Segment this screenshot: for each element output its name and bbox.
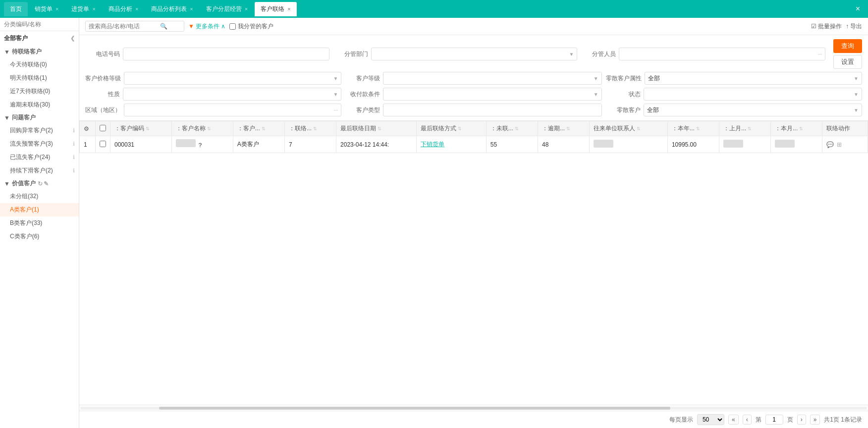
sidebar-group-value-arrow: ▼ — [4, 180, 10, 187]
nav-tab-purchase-close[interactable]: × — [92, 6, 95, 12]
col-overdue-days[interactable]: ：逾期... ⇅ — [538, 121, 590, 136]
search-icon[interactable]: 🔍 — [160, 23, 167, 30]
filter-row-4: 区域（地区） ··· 客户类型 零散客户 全部 ▼ — [85, 104, 862, 116]
more-filters-button[interactable]: ▼ 更多条件 ∧ — [188, 22, 225, 31]
contact-method-link[interactable]: 下销货单 — [421, 141, 444, 148]
next-page-button[interactable]: › — [797, 415, 806, 425]
qr-icon[interactable]: ⊞ — [837, 141, 842, 148]
row-checkbox-cell[interactable] — [96, 136, 110, 153]
col-no-contact-days[interactable]: ：未联... ⇅ — [486, 121, 538, 136]
col-customer-name[interactable]: ：客户名称 ⇅ — [171, 121, 233, 136]
my-customers-label: 我分管的客户 — [238, 22, 273, 31]
per-page-select[interactable]: 50 100 200 — [697, 414, 724, 425]
manager-select[interactable]: ··· — [619, 48, 825, 60]
gear-icon[interactable]: ⚙ — [84, 125, 89, 132]
sidebar-item-unclassified[interactable]: 未分组(32) — [0, 190, 79, 203]
all-customers-header[interactable]: 全部客户 ❮ — [0, 31, 79, 46]
dept-select[interactable]: ▼ — [371, 48, 578, 60]
export-button[interactable]: ↑ 导出 — [846, 22, 862, 31]
col-contact-person[interactable]: 往来单位联系人 ⇅ — [590, 121, 668, 136]
batch-operation-button[interactable]: ☑ 批量操作 — [811, 22, 842, 31]
row-checkbox[interactable] — [100, 141, 106, 147]
refresh-icon[interactable]: ↻ — [38, 180, 43, 187]
customer-level-label: 客户等级 — [345, 74, 380, 83]
col-last-month[interactable]: ：上月... ⇅ — [719, 121, 771, 136]
phone-input[interactable] — [123, 48, 329, 60]
col-current-year-label: ：本年... — [672, 124, 695, 133]
col-last-contact-date[interactable]: 最后联络日期 ⇅ — [336, 121, 417, 136]
pagination: 每页显示 50 100 200 « ‹ 第 页 › » 共1页 1条记录 — [79, 411, 868, 428]
nav-tab-analysis-list[interactable]: 商品分析列表 × — [145, 2, 199, 16]
payment-select[interactable]: ▼ — [383, 88, 601, 101]
window-close-button[interactable]: × — [852, 4, 864, 13]
sidebar-item-today-pending[interactable]: 今天待联络(0) — [0, 58, 79, 71]
nav-tab-home-label: 首页 — [10, 5, 22, 13]
row-last-contact-method[interactable]: 下销货单 — [417, 136, 487, 153]
col-contact-count[interactable]: ：联络... ⇅ — [284, 121, 336, 136]
nav-tab-purchase[interactable]: 进货单 × — [65, 2, 101, 16]
sidebar-group-value[interactable]: ▼ 价值客户 ↻ ✎ — [0, 177, 79, 190]
page-input[interactable] — [765, 415, 783, 425]
customer-type-input[interactable] — [383, 104, 601, 116]
nav-tab-analysis-close[interactable]: × — [135, 6, 138, 12]
sort-icon-contact-person: ⇅ — [637, 126, 641, 131]
col-current-year[interactable]: ：本年... ⇅ — [667, 121, 719, 136]
sidebar-item-class-b[interactable]: B类客户(33) — [0, 216, 79, 230]
setting-button[interactable]: 设置 — [833, 55, 862, 69]
retail-customer-select[interactable]: 全部 ▼ — [644, 104, 862, 116]
nav-tab-sales-close[interactable]: × — [55, 6, 58, 12]
sidebar-group-pending[interactable]: ▼ 待联络客户 — [0, 46, 79, 58]
scroll-track[interactable] — [80, 407, 867, 410]
first-page-button[interactable]: « — [728, 415, 739, 425]
col-customer-code[interactable]: ：客户编码 ⇅ — [110, 121, 172, 136]
col-checkbox[interactable] — [96, 121, 110, 136]
sidebar-item-lost[interactable]: 已流失客户(24) ℹ — [0, 151, 79, 164]
prev-page-button[interactable]: ‹ — [743, 415, 752, 425]
nav-tab-customer-contact-close[interactable]: × — [287, 6, 290, 12]
sort-icon-method: ⇅ — [458, 126, 462, 131]
my-customers-checkbox[interactable] — [229, 23, 236, 30]
col-customer-name-label: ：客户名称 — [176, 124, 206, 133]
batch-op-label: 批量操作 — [818, 22, 842, 31]
scroll-thumb[interactable] — [159, 407, 670, 410]
sidebar-item-class-c[interactable]: C类客户(6) — [0, 230, 79, 243]
customer-level-select[interactable]: ▼ — [383, 72, 601, 85]
col-gear[interactable]: ⚙ — [80, 121, 96, 136]
sidebar-search-input[interactable] — [4, 21, 78, 28]
nav-tab-analysis-list-close[interactable]: × — [190, 6, 193, 12]
message-icon[interactable]: 💬 — [826, 141, 834, 148]
sidebar-item-tomorrow-pending[interactable]: 明天待联络(1) — [0, 71, 79, 85]
nav-tab-customer-contact[interactable]: 客户联络 × — [255, 2, 296, 16]
filter-field-nature: 性质 ▼ — [85, 88, 341, 101]
sidebar-item-class-a[interactable]: A类客户(1) — [0, 203, 79, 216]
sidebar-search-container: 🔍 — [0, 18, 79, 31]
region-select[interactable]: ··· — [124, 104, 341, 116]
sort-icon-grade: ⇅ — [262, 126, 266, 131]
sidebar-item-abnormal-repurchase[interactable]: 回购异常客户(2) ℹ — [0, 124, 79, 137]
filter-field-region: 区域（地区） ··· — [85, 104, 341, 116]
sidebar-group-problem[interactable]: ▼ 问题客户 — [0, 111, 79, 124]
col-last-contact-method[interactable]: 最后联络方式 ⇅ — [417, 121, 487, 136]
edit-icon[interactable]: ✎ — [44, 180, 49, 187]
sidebar-item-7days-pending[interactable]: 近7天待联络(0) — [0, 85, 79, 98]
sidebar-item-overdue-pending[interactable]: 逾期未联络(30) — [0, 98, 79, 111]
nav-tab-customer-segment-close[interactable]: × — [245, 6, 248, 12]
horizontal-scrollbar[interactable] — [79, 405, 868, 411]
nav-tab-customer-segment[interactable]: 客户分层经营 × — [200, 2, 254, 16]
manager-label: 分管人员 — [581, 50, 616, 58]
nav-tab-home[interactable]: 首页 — [4, 2, 28, 16]
search-input[interactable] — [89, 23, 158, 30]
nav-tab-analysis[interactable]: 商品分析 × — [103, 2, 144, 16]
retail-attr-select[interactable]: 全部 ▼ — [645, 72, 862, 85]
nature-select[interactable]: ▼ — [123, 88, 341, 101]
nav-tab-sales[interactable]: 销货单 × — [29, 2, 64, 16]
sidebar-item-declining[interactable]: 持续下滑客户(2) ℹ — [0, 164, 79, 177]
last-page-button[interactable]: » — [810, 415, 820, 425]
status-select[interactable]: ▼ — [644, 88, 862, 101]
select-all-checkbox[interactable] — [100, 125, 106, 131]
query-button[interactable]: 查询 — [833, 39, 862, 53]
sidebar-item-loss-warning[interactable]: 流失预警客户(3) ℹ — [0, 137, 79, 151]
col-customer-grade[interactable]: ：客户... ⇅ — [233, 121, 284, 136]
col-current-month[interactable]: ：本月... ⇅ — [771, 121, 822, 136]
price-level-select[interactable]: ▼ — [124, 72, 341, 85]
